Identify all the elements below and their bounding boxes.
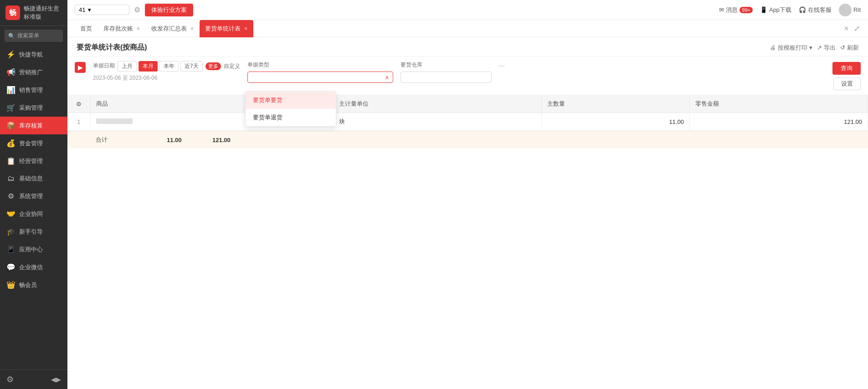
tab-close-icon[interactable]: ×: [244, 26, 247, 31]
dropdown-arrow-icon: ▾: [809, 44, 812, 51]
sidebar-item-member[interactable]: 👑 畅会员: [0, 276, 67, 294]
sidebar-item-sales[interactable]: 📊 销售管理: [0, 81, 67, 99]
chevron-down-icon: ▾: [88, 6, 91, 13]
sidebar-item-finance[interactable]: 💰 资金管理: [0, 134, 67, 152]
sidebar-item-guide[interactable]: 🎓 新手引导: [0, 223, 67, 241]
export-button[interactable]: ↗ 导出: [817, 44, 836, 52]
sidebar-item-wechat[interactable]: 💬 企业微信: [0, 258, 67, 276]
logo-text: 畅捷通好生意 标准版: [24, 5, 59, 21]
purchase-icon: 🛒: [6, 103, 15, 112]
filter-bar: ▶ 单据日期 上月本月本年近7天 更多 自定义 2023-05-06 至 202…: [67, 56, 868, 95]
dropdown-item-order-return[interactable]: 要货单退货: [246, 109, 336, 126]
sidebar-item-purchase[interactable]: 🛒 采购管理: [0, 99, 67, 117]
footer-qty: 11.00: [167, 137, 203, 143]
collapse-icon[interactable]: ◀▶: [51, 376, 61, 383]
message-icon: ✉: [719, 6, 724, 13]
cell-num: 1: [67, 113, 90, 131]
messages-button[interactable]: ✉ 消息 99+: [719, 6, 753, 14]
topbar-right: ✉ 消息 99+ 📱 App下载 🎧 在线客服 Rit: [719, 4, 861, 16]
topbar-company-select[interactable]: 41 ▾: [75, 5, 129, 15]
date-btn-last7days[interactable]: 近7天: [180, 61, 203, 72]
settings-icon[interactable]: ⚙: [6, 374, 14, 384]
data-table: ⚙ 商品 主计量单位 主数量 零售金额 1 块 11.00 121.00: [67, 95, 868, 131]
tabs-container: 首页库存批次账×收发存汇总表×要货单统计表×: [75, 20, 253, 37]
page-inner: 要货单统计表(按商品) 🖨 按模板打印 ▾ ↗ 导出 ↺ 刷新: [67, 37, 868, 389]
tabs-bar: 首页库存批次账×收发存汇总表×要货单统计表× × ⤢: [67, 20, 868, 37]
type-input-field[interactable]: [252, 74, 383, 81]
tabs-actions: × ⤢: [843, 23, 861, 34]
finance-icon: 💰: [6, 139, 15, 148]
col-amount: 零售金额: [689, 95, 868, 113]
filter-actions: 查询 设置: [832, 62, 861, 90]
date-filter-label: 单据日期: [93, 62, 115, 70]
warehouse-input-field[interactable]: [405, 74, 488, 81]
sidebar-item-label: 快捷导航: [19, 51, 43, 59]
page-header: 要货单统计表(按商品) 🖨 按模板打印 ▾ ↗ 导出 ↺ 刷新: [67, 37, 868, 56]
date-btn-this-year[interactable]: 本年: [159, 61, 179, 72]
tab-close-icon[interactable]: ×: [190, 26, 194, 31]
page-content: 要货单统计表(按商品) 🖨 按模板打印 ▾ ↗ 导出 ↺ 刷新: [67, 37, 868, 389]
guide-icon: 🎓: [6, 227, 15, 236]
page-title: 要货单统计表(按商品): [77, 43, 147, 52]
sidebar-footer: ⚙ ◀▶: [0, 369, 67, 389]
trial-button[interactable]: 体验行业方案: [145, 4, 193, 16]
tab-inventory-batch[interactable]: 库存批次账×: [98, 20, 146, 37]
search-icon: 🔍: [8, 33, 15, 39]
tab-close-icon[interactable]: ×: [137, 26, 140, 31]
expand-tab-button[interactable]: ⤢: [853, 23, 861, 34]
sidebar-item-operations[interactable]: 📋 经营管理: [0, 152, 67, 170]
filter-more-icon[interactable]: ···: [499, 62, 505, 70]
sidebar-item-enterprise[interactable]: 🤝 企业协同: [0, 205, 67, 223]
table-row: 1 块 11.00 121.00: [67, 113, 868, 131]
settings-button[interactable]: 设置: [833, 77, 861, 90]
tab-label: 要货单统计表: [205, 25, 241, 33]
tab-label: 库存批次账: [103, 25, 133, 33]
col-unit: 主计量单位: [333, 95, 541, 113]
system-icon: ⚙: [6, 192, 15, 200]
warehouse-filter-input[interactable]: [401, 72, 492, 83]
sales-icon: 📊: [6, 86, 15, 94]
column-settings-icon[interactable]: ⚙: [76, 101, 82, 107]
refresh-button[interactable]: ↺ 刷新: [840, 44, 859, 52]
date-btn-this-month[interactable]: 本月: [139, 61, 158, 72]
dropdown-item-order-purchase[interactable]: 要货单要货: [246, 92, 336, 109]
user-avatar[interactable]: Rit: [839, 4, 861, 16]
sidebar-item-inventory[interactable]: 📦 库存核算: [0, 117, 67, 134]
cell-qty: 11.00: [541, 113, 689, 131]
query-button[interactable]: 查询: [832, 62, 861, 75]
app-download-button[interactable]: 📱 App下载: [760, 6, 791, 14]
sidebar-item-marketing[interactable]: 📢 营销推广: [0, 63, 67, 81]
close-tab-button[interactable]: ×: [843, 24, 849, 34]
type-dropdown-menu: 要货单要货要货单退货: [245, 91, 336, 127]
sidebar-item-label: 营销推广: [19, 68, 43, 77]
basic-icon: 🗂: [6, 174, 15, 183]
online-service-button[interactable]: 🎧 在线客服: [799, 6, 832, 14]
footer-amount: 121.00: [212, 137, 249, 143]
avatar-image: [839, 4, 852, 16]
sidebar-item-quick-nav[interactable]: ⚡ 快捷导航: [0, 46, 67, 63]
sidebar: 畅 畅捷通好生意 标准版 🔍 搜索菜单 ⚡ 快捷导航📢 营销推广📊 销售管理🛒 …: [0, 0, 67, 389]
sidebar-item-label: 采购管理: [19, 104, 43, 112]
type-filter-input[interactable]: ∧: [247, 72, 393, 83]
enterprise-icon: 🤝: [6, 210, 15, 218]
tab-home[interactable]: 首页: [75, 20, 98, 37]
sidebar-item-label: 新手引导: [19, 228, 43, 236]
date-btn-prev-month[interactable]: 上月: [118, 61, 137, 72]
col-settings[interactable]: ⚙: [67, 95, 90, 113]
sidebar-item-label: 库存核算: [19, 122, 43, 130]
sidebar-logo: 畅 畅捷通好生意 标准版: [0, 0, 67, 26]
print-template-button[interactable]: 🖨 按模板打印 ▾: [770, 44, 812, 52]
settings-icon[interactable]: ⚙: [134, 5, 140, 14]
more-dates-badge[interactable]: 更多: [205, 62, 221, 70]
sidebar-item-basic[interactable]: 🗂 基础信息: [0, 170, 67, 187]
topbar-left: 41 ▾ ⚙ 体验行业方案: [75, 4, 193, 16]
filter-expand-button[interactable]: ▶: [75, 62, 86, 73]
tab-order-stats[interactable]: 要货单统计表×: [200, 20, 253, 37]
sidebar-search[interactable]: 🔍 搜索菜单: [5, 30, 63, 42]
sidebar-item-app-center[interactable]: 📱 应用中心: [0, 241, 67, 258]
sidebar-item-system[interactable]: ⚙ 系统管理: [0, 187, 67, 205]
custom-date-button[interactable]: 自定义: [224, 62, 240, 70]
date-filter-row: 单据日期 上月本月本年近7天 更多 自定义: [93, 61, 240, 72]
tab-recv-summary[interactable]: 收发存汇总表×: [146, 20, 200, 37]
type-dropdown-arrow-icon[interactable]: ∧: [385, 74, 389, 81]
